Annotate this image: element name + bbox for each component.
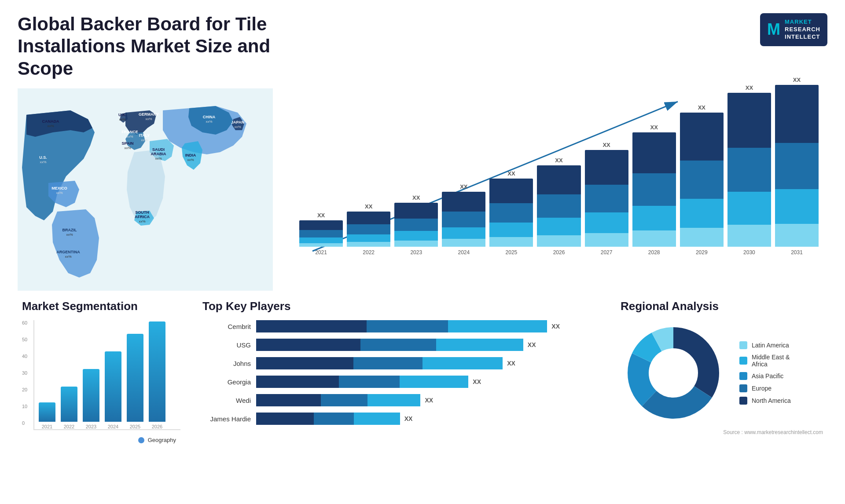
bar-year-2029: 2029 bbox=[696, 249, 708, 256]
seg-bar-2023: 2023 bbox=[83, 369, 99, 429]
svg-text:xx%: xx% bbox=[40, 160, 46, 164]
player-bar-visual-johns bbox=[256, 357, 503, 369]
svg-text:xx%: xx% bbox=[187, 158, 194, 162]
player-bar-cembrit: XX bbox=[256, 320, 599, 332]
player-bar-visual-wedi bbox=[256, 394, 420, 406]
bar-2025: XX 2025 bbox=[489, 170, 533, 256]
legend-item-middle-east-africa: Middle East &Africa bbox=[739, 354, 791, 368]
bar-stack-2025 bbox=[489, 179, 533, 247]
bar-stack-2023 bbox=[394, 203, 438, 247]
bar-year-2031: 2031 bbox=[791, 249, 803, 256]
bar-2029: XX 2029 bbox=[680, 104, 724, 256]
player-bar-usg: XX bbox=[256, 339, 599, 351]
key-players-section: Top Key Players Cembrit XX USG bbox=[198, 295, 603, 448]
donut-chart-svg bbox=[621, 320, 726, 426]
seg-legend-label: Geography bbox=[148, 437, 176, 443]
bottom-section: Market Segmentation 0 10 20 30 40 50 60 … bbox=[18, 295, 827, 448]
bar-2031: XX 2031 bbox=[775, 77, 819, 256]
bar-value-2029: XX bbox=[698, 104, 705, 111]
player-name-johns: Johns bbox=[202, 360, 251, 367]
logo-text: MARKETRESEARCHINTELLECT bbox=[785, 18, 820, 41]
seg-bar-visual-2023 bbox=[83, 369, 99, 422]
seg-bar-2021: 2021 bbox=[39, 402, 55, 429]
svg-text:ARGENTINA: ARGENTINA bbox=[56, 250, 80, 254]
seg-year-2022: 2022 bbox=[64, 424, 74, 429]
bar-stack-2029 bbox=[680, 113, 724, 247]
logo-area: M MARKETRESEARCHINTELLECT bbox=[760, 13, 827, 46]
player-bar-seg2-wedi bbox=[321, 394, 368, 406]
player-bar-visual-cembrit bbox=[256, 320, 547, 332]
legend-label-middle-east-africa: Middle East &Africa bbox=[752, 354, 790, 368]
seg-bar-visual-2026 bbox=[149, 321, 165, 422]
growth-chart-section: XX 2021 XX bbox=[286, 88, 827, 291]
player-bar-james-hardie: XX bbox=[256, 413, 599, 425]
svg-text:U.K.: U.K. bbox=[118, 113, 126, 117]
svg-text:xx%: xx% bbox=[66, 233, 73, 237]
seg-bar-2022: 2022 bbox=[61, 387, 77, 429]
svg-point-40 bbox=[650, 350, 696, 396]
player-name-james-hardie: James Hardie bbox=[202, 415, 251, 423]
player-bar-seg1-johns bbox=[256, 357, 353, 369]
legend-label-europe: Europe bbox=[752, 385, 772, 392]
bar-stack-2028 bbox=[632, 132, 676, 247]
player-value-cembrit: XX bbox=[551, 323, 560, 330]
regional-legend: Latin America Middle East &Africa Asia P… bbox=[739, 341, 791, 405]
bar-year-2024: 2024 bbox=[458, 249, 470, 256]
svg-text:MEXICO: MEXICO bbox=[51, 186, 67, 190]
bar-year-2026: 2026 bbox=[553, 249, 565, 256]
svg-text:xx%: xx% bbox=[126, 135, 133, 139]
bar-value-2026: XX bbox=[555, 157, 562, 164]
player-bar-seg2-johns bbox=[353, 357, 422, 369]
page-title: Global Backer Board for Tile Installatio… bbox=[18, 13, 326, 80]
bar-year-2023: 2023 bbox=[410, 249, 422, 256]
bar-value-2021: XX bbox=[317, 212, 325, 219]
player-bar-seg2-georgia bbox=[339, 376, 400, 388]
growth-bars-container: XX 2021 XX bbox=[299, 93, 819, 256]
player-value-georgia: XX bbox=[473, 378, 481, 385]
world-map: CANADA xx% U.S. xx% MEXICO xx% BRAZIL xx… bbox=[18, 88, 273, 291]
svg-text:JAPAN: JAPAN bbox=[231, 120, 244, 124]
seg-year-2025: 2025 bbox=[130, 424, 140, 429]
player-bar-seg3-james-hardie bbox=[354, 413, 400, 425]
seg-bar-visual-2022 bbox=[61, 387, 77, 422]
player-row-james-hardie: James Hardie XX bbox=[202, 413, 599, 425]
bar-2023: XX 2023 bbox=[394, 194, 438, 256]
bar-stack-2031 bbox=[775, 85, 819, 247]
seg-bar-2025: 2025 bbox=[127, 334, 143, 429]
player-bar-seg3-cembrit bbox=[448, 320, 547, 332]
svg-text:BRAZIL: BRAZIL bbox=[62, 228, 77, 232]
legend-label-latin-america: Latin America bbox=[752, 342, 789, 349]
player-name-wedi: Wedi bbox=[202, 397, 251, 404]
player-bar-seg2-cembrit bbox=[367, 320, 448, 332]
player-bar-visual-usg bbox=[256, 339, 523, 351]
map-svg: CANADA xx% U.S. xx% MEXICO xx% BRAZIL xx… bbox=[18, 88, 273, 291]
bar-year-2028: 2028 bbox=[648, 249, 660, 256]
seg-year-2023: 2023 bbox=[86, 424, 96, 429]
bar-value-2024: XX bbox=[460, 183, 467, 190]
seg-chart-inner: 2021 2022 2023 2024 2025 bbox=[33, 320, 180, 430]
bar-value-2031: XX bbox=[793, 77, 801, 83]
player-value-james-hardie: XX bbox=[404, 415, 413, 422]
seg-chart-area: 0 10 20 30 40 50 60 2021 2022 bbox=[22, 320, 180, 443]
bar-value-2028: XX bbox=[650, 124, 658, 131]
svg-text:xx%: xx% bbox=[141, 138, 147, 142]
legend-label-asia-pacific: Asia Pacific bbox=[752, 373, 783, 380]
svg-text:AFRICA: AFRICA bbox=[135, 215, 150, 219]
svg-text:INDIA: INDIA bbox=[185, 153, 196, 157]
seg-legend: Geography bbox=[138, 437, 176, 443]
svg-text:xx%: xx% bbox=[145, 117, 152, 121]
player-value-usg: XX bbox=[528, 341, 536, 348]
svg-text:SOUTH: SOUTH bbox=[135, 210, 149, 215]
bar-year-2025: 2025 bbox=[506, 249, 518, 256]
svg-text:xx%: xx% bbox=[234, 125, 241, 129]
seg-bar-2026: 2026 bbox=[149, 321, 165, 429]
key-players-title: Top Key Players bbox=[202, 299, 599, 313]
player-row-johns: Johns XX bbox=[202, 357, 599, 369]
svg-text:xx%: xx% bbox=[56, 191, 62, 195]
player-row-cembrit: Cembrit XX bbox=[202, 320, 599, 332]
player-name-cembrit: Cembrit bbox=[202, 323, 251, 330]
bar-2024: XX 2024 bbox=[442, 183, 485, 256]
svg-text:xx%: xx% bbox=[206, 120, 212, 124]
player-bar-seg3-georgia bbox=[400, 376, 469, 388]
bar-2027: XX 2027 bbox=[585, 142, 628, 256]
